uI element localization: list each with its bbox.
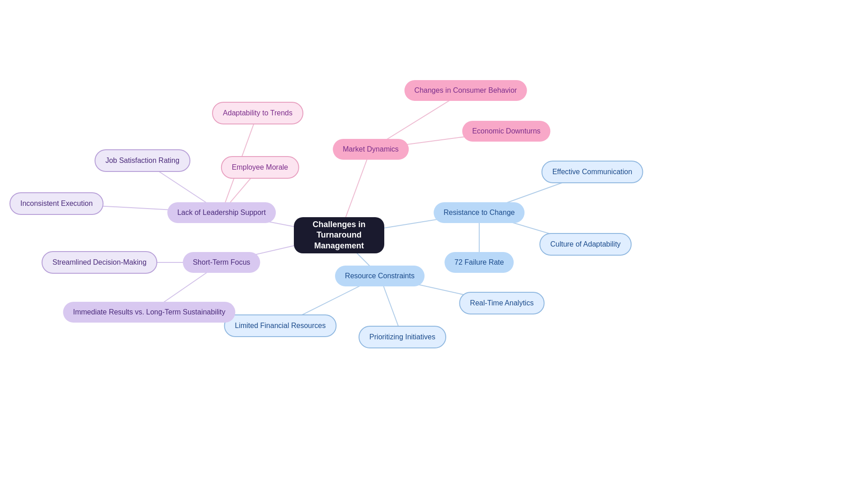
node-job-satisfaction[interactable]: Job Satisfaction Rating: [94, 149, 190, 172]
node-culture-adaptability[interactable]: Culture of Adaptability: [539, 233, 632, 256]
node-employee-morale[interactable]: Employee Morale: [221, 156, 299, 179]
node-prioritizing-initiatives[interactable]: Prioritizing Initiatives: [359, 326, 446, 348]
node-economic-downturns[interactable]: Economic Downturns: [462, 121, 550, 142]
mind-map: Challenges in Turnaround ManagementMarke…: [0, 0, 868, 490]
node-real-time-analytics[interactable]: Real-Time Analytics: [459, 292, 545, 314]
node-resistance-change[interactable]: Resistance to Change: [434, 202, 524, 223]
node-resource-constraints[interactable]: Resource Constraints: [335, 266, 425, 286]
node-streamlined-decision[interactable]: Streamlined Decision-Making: [42, 251, 157, 274]
node-72-failure-rate[interactable]: 72 Failure Rate: [444, 252, 514, 273]
node-lack-leadership[interactable]: Lack of Leadership Support: [167, 202, 276, 223]
connections-svg: [0, 0, 868, 490]
node-adaptability-trends[interactable]: Adaptability to Trends: [212, 102, 303, 124]
node-immediate-results[interactable]: Immediate Results vs. Long-Term Sustaina…: [63, 302, 235, 323]
node-effective-communication[interactable]: Effective Communication: [542, 161, 643, 183]
node-market-dynamics[interactable]: Market Dynamics: [333, 139, 409, 160]
node-limited-financial[interactable]: Limited Financial Resources: [224, 314, 337, 337]
center-node[interactable]: Challenges in Turnaround Management: [294, 217, 384, 253]
node-short-term-focus[interactable]: Short-Term Focus: [183, 252, 260, 273]
node-inconsistent-execution[interactable]: Inconsistent Execution: [9, 192, 104, 215]
node-changes-consumer[interactable]: Changes in Consumer Behavior: [405, 80, 527, 101]
